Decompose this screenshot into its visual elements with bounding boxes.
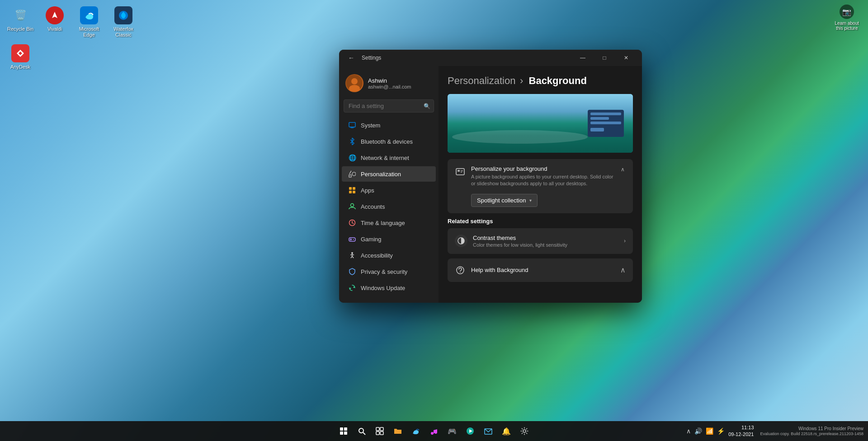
svg-point-39 [359,428,363,433]
mail-button[interactable] [480,423,496,439]
svg-line-18 [352,223,354,224]
help-icon [455,265,466,276]
learn-about-picture-button[interactable]: 📷 Learn aboutthis picture [835,5,859,31]
sidebar-item-privacy[interactable]: Privacy & security [342,264,436,279]
sidebar-item-personalization[interactable]: Personalization [342,166,436,182]
settings-taskbar-button[interactable] [516,423,533,439]
help-expand-icon[interactable]: ∧ [620,266,626,274]
sidebar-label-personalization: Personalization [361,171,401,178]
sidebar-label-update: Windows Update [361,285,405,291]
sidebar-item-accessibility[interactable]: Accessibility [342,248,436,263]
breadcrumb-current: Background [529,75,587,86]
help-title: Help with Background [471,267,528,273]
personalize-desc: A picture background applies to your cur… [471,174,614,188]
network-icon: 🌐 [348,154,356,162]
settings-window: ← Settings — □ ✕ [339,50,642,303]
desktop-icon-edge[interactable]: Microsoft Edge [73,5,105,40]
tray-network-icon[interactable]: 📶 [705,427,714,436]
desktop-icon-vivaldi[interactable]: Vivaldi [39,5,71,40]
svg-rect-11 [349,187,352,190]
system-icon [348,121,356,129]
close-button[interactable]: ✕ [616,51,637,65]
svg-rect-14 [353,191,355,193]
bluetooth-icon [348,137,356,145]
clock-time: 11:13 [728,424,754,431]
breadcrumb: Personalization › Background [448,75,633,87]
sidebar-item-gaming[interactable]: Gaming [342,231,436,247]
contrast-themes-row[interactable]: Contrast themes Color themes for low vis… [448,228,633,254]
accounts-icon [348,202,356,211]
search-input[interactable] [344,99,434,113]
tray-expand-icon[interactable]: ∧ [685,427,692,436]
tray-volume-icon[interactable]: 🔊 [693,427,703,436]
time-icon [348,219,356,227]
svg-point-3 [351,78,358,84]
expand-collapse-button[interactable]: ∧ [620,165,626,174]
tray-battery-icon[interactable]: ⚡ [716,427,726,436]
search-button[interactable] [354,423,370,439]
related-settings-title: Related settings [448,218,633,225]
desktop-icon-waterfox[interactable]: Waterfox Classic [108,5,139,40]
settings-main: Personalization › Background [439,66,642,303]
task-view-button[interactable] [372,423,388,439]
svg-rect-36 [344,427,347,431]
help-background-header[interactable]: Help with Background ∧ [448,258,633,282]
svg-line-9 [349,171,351,174]
svg-point-22 [353,239,354,240]
xbox-button[interactable]: 🎮 [444,423,460,439]
user-name: Ashwin [368,77,411,84]
music-button[interactable] [426,423,442,439]
personalize-icon [455,166,466,177]
user-email: ashwin@...nail.com [368,84,411,89]
spotlight-dropdown[interactable]: Spotlight collection ▾ [471,194,538,207]
contrast-themes-icon [455,235,467,247]
minimize-button[interactable]: — [572,51,593,65]
desktop-icon-anydesk[interactable]: AnyDesk [5,42,36,72]
contrast-themes-title: Contrast themes [473,235,618,241]
dropdown-chevron-icon: ▾ [529,198,532,203]
taskbar-right: ∧ 🔊 📶 ⚡ 11:13 09-12-2021 Windows 11 Pro … [685,424,863,438]
news-button[interactable]: 🔔 [498,423,514,439]
breadcrumb-parent[interactable]: Personalization [448,75,515,86]
sidebar-item-accounts[interactable]: Accounts [342,199,436,214]
settings-sidebar: Ashwin ashwin@...nail.com 🔍 System [339,66,439,303]
sidebar-label-apps: Apps [361,187,374,194]
svg-rect-5 [349,122,355,127]
svg-rect-44 [380,432,383,435]
desktop-icon-recycle-bin[interactable]: 🗑️ Recycle Bin [5,5,36,40]
sidebar-label-time: Time & language [361,220,405,226]
stream-button[interactable] [462,423,478,439]
svg-rect-35 [340,427,343,431]
search-box: 🔍 [344,99,434,113]
edge-taskbar-button[interactable] [408,423,424,439]
file-explorer-button[interactable] [390,423,406,439]
svg-rect-38 [344,432,347,435]
sidebar-item-apps[interactable]: Apps [342,183,436,198]
svg-line-40 [363,432,365,435]
sidebar-item-time[interactable]: Time & language [342,215,436,230]
preview-window-overlay [588,110,624,137]
system-tray: ∧ 🔊 📶 ⚡ 11:13 09-12-2021 [685,424,754,438]
background-preview [448,94,633,153]
svg-point-10 [352,172,356,176]
svg-rect-37 [340,432,343,435]
sidebar-item-update[interactable]: Windows Update [342,280,436,296]
svg-rect-42 [380,427,383,431]
accessibility-icon [348,251,356,259]
system-clock[interactable]: 11:13 09-12-2021 [728,424,754,438]
user-profile[interactable]: Ashwin ashwin@...nail.com [339,70,439,99]
sidebar-item-system[interactable]: System [342,117,436,133]
start-button[interactable] [335,423,352,439]
maximize-button[interactable]: □ [594,51,615,65]
update-icon [348,284,356,292]
back-button[interactable]: ← [344,52,358,63]
svg-point-45 [431,432,434,435]
search-icon: 🔍 [424,103,430,109]
svg-rect-12 [353,187,355,190]
spotlight-label: Spotlight collection [477,197,526,204]
sidebar-item-network[interactable]: 🌐 Network & internet [342,150,436,165]
help-background-card: Help with Background ∧ [448,258,633,282]
taskbar-center: 🎮 🔔 [335,423,533,439]
sidebar-item-bluetooth[interactable]: Bluetooth & devices [342,134,436,149]
apps-icon [348,186,356,194]
